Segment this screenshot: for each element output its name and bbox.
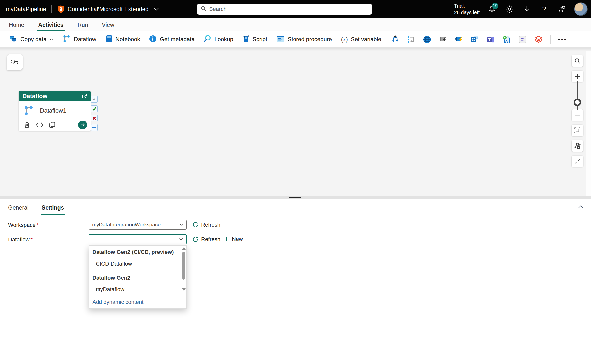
dataflow-activity-icon bbox=[23, 105, 34, 116]
global-search[interactable] bbox=[197, 4, 372, 15]
settings-button[interactable] bbox=[504, 4, 514, 14]
stored-procedure-label: Stored procedure bbox=[288, 36, 332, 43]
panel-resize-splitter[interactable] bbox=[0, 196, 591, 199]
dataflow-activity-button[interactable]: Dataflow bbox=[62, 35, 96, 44]
notification-count-badge: 19 bbox=[492, 2, 499, 10]
dataflow-activity-card[interactable]: Dataflow Dataflow1 bbox=[19, 91, 91, 131]
user-avatar[interactable] bbox=[574, 2, 588, 16]
code-view-icon[interactable] bbox=[36, 122, 43, 128]
tab-general[interactable]: General bbox=[8, 204, 29, 215]
collapse-panel-button[interactable] bbox=[576, 202, 585, 211]
dropdown-group-header-cicd: Dataflow Gen2 (CI/CD, preview) bbox=[89, 246, 186, 258]
copy-data-icon bbox=[9, 35, 17, 44]
tab-run[interactable]: Run bbox=[77, 20, 89, 30]
on-success-connector[interactable] bbox=[91, 105, 98, 112]
dropdown-option-cicd-dataflow[interactable]: CICD Dataflow bbox=[89, 258, 186, 270]
databricks-activity-button[interactable] bbox=[534, 35, 543, 44]
kql-activity-button[interactable] bbox=[518, 35, 528, 44]
tab-home[interactable]: Home bbox=[8, 20, 25, 30]
collapse-canvas-button[interactable] bbox=[572, 156, 583, 167]
new-dataflow-button[interactable]: New bbox=[223, 236, 243, 242]
web-activity-button[interactable] bbox=[422, 35, 432, 44]
zoom-in-button[interactable] bbox=[572, 71, 583, 82]
download-button[interactable] bbox=[522, 4, 532, 14]
webhook-activity-button[interactable] bbox=[438, 35, 448, 44]
foreach-activity-button[interactable] bbox=[406, 35, 416, 44]
scroll-up-arrow-icon[interactable] bbox=[182, 247, 186, 250]
tab-settings[interactable]: Settings bbox=[42, 204, 64, 215]
tab-activities[interactable]: Activities bbox=[38, 20, 64, 30]
topbar-actions: Trial: 26 days left 19 ? bbox=[454, 0, 591, 18]
notebook-label: Notebook bbox=[115, 36, 140, 43]
scrollbar-thumb[interactable] bbox=[182, 252, 185, 280]
canvas-scrollbar-track[interactable] bbox=[586, 51, 591, 196]
dropdown-scrollbar[interactable] bbox=[182, 247, 185, 291]
notifications-button[interactable]: 19 bbox=[487, 4, 497, 14]
add-dynamic-content-link[interactable]: Add dynamic content bbox=[89, 296, 186, 308]
workspace-refresh-button[interactable]: Refresh bbox=[192, 221, 220, 228]
pipeline-canvas[interactable]: Dataflow Dataflow1 bbox=[0, 51, 591, 196]
teams-activity-button[interactable] bbox=[486, 35, 496, 44]
on-fail-connector[interactable] bbox=[91, 115, 98, 121]
tab-view[interactable]: View bbox=[101, 20, 115, 30]
toolbar-more-button[interactable]: ••• bbox=[556, 36, 570, 43]
workspace-dropdown[interactable]: myDataIntegrationWorkspace bbox=[89, 220, 187, 230]
activity-card-header[interactable]: Dataflow bbox=[19, 91, 91, 101]
dataflow-dropdown-chevron-icon bbox=[179, 238, 183, 241]
pipeline-title: myDataPipeline bbox=[6, 6, 46, 13]
zoom-slider-track[interactable] bbox=[577, 81, 578, 110]
help-button[interactable]: ? bbox=[539, 4, 549, 14]
feedback-button[interactable] bbox=[557, 4, 567, 14]
splitter-drag-handle[interactable] bbox=[289, 197, 301, 198]
dataflow-refresh-button[interactable]: Refresh bbox=[192, 236, 220, 243]
zoom-to-fit-button[interactable] bbox=[572, 125, 583, 136]
notebook-button[interactable]: Notebook bbox=[105, 35, 140, 44]
outlook-activity-button[interactable] bbox=[470, 35, 480, 44]
duplicate-activity-icon[interactable] bbox=[49, 121, 56, 128]
zoom-in-icon bbox=[574, 73, 581, 80]
set-variable-button[interactable]: (x) Set variable bbox=[341, 36, 381, 43]
refresh-icon bbox=[192, 236, 199, 243]
webhook-activity-icon bbox=[438, 35, 448, 44]
invoke-pipeline-activity-button[interactable] bbox=[502, 35, 512, 44]
collapse-arrows-icon bbox=[574, 158, 581, 164]
web-activity-icon bbox=[423, 35, 432, 44]
lookup-label: Lookup bbox=[214, 36, 233, 43]
dataflow-dropdown[interactable] bbox=[89, 234, 187, 244]
open-activity-icon[interactable] bbox=[82, 93, 88, 99]
zoom-out-button[interactable] bbox=[572, 109, 583, 121]
delete-activity-icon[interactable] bbox=[23, 121, 30, 128]
script-button[interactable]: Script bbox=[242, 35, 267, 44]
sensitivity-label-selector[interactable]: Confidential\Microsoft Extended bbox=[57, 5, 159, 13]
teams-activity-icon bbox=[486, 35, 495, 44]
copilot-icon bbox=[10, 58, 19, 67]
copilot-button[interactable] bbox=[7, 54, 23, 70]
copy-data-button[interactable]: Copy data bbox=[9, 35, 53, 44]
on-completion-connector[interactable] bbox=[91, 124, 98, 131]
scroll-down-arrow-icon[interactable] bbox=[182, 288, 186, 291]
help-icon: ? bbox=[542, 5, 546, 13]
stored-procedure-icon bbox=[276, 35, 285, 44]
get-metadata-button[interactable]: Get metadata bbox=[149, 35, 195, 44]
activity-card-body: Dataflow1 bbox=[19, 101, 91, 116]
zoom-slider-handle[interactable] bbox=[574, 99, 581, 106]
dropdown-option-mydataflow[interactable]: myDataflow bbox=[89, 283, 186, 296]
on-skip-connector[interactable] bbox=[91, 96, 98, 103]
auto-align-button[interactable] bbox=[572, 140, 583, 152]
sensitivity-chevron-down-icon bbox=[154, 8, 159, 11]
search-input[interactable] bbox=[209, 6, 368, 12]
new-dataflow-label: New bbox=[232, 236, 243, 242]
stored-procedure-button[interactable]: Stored procedure bbox=[276, 35, 332, 44]
lookup-button[interactable]: Lookup bbox=[203, 35, 233, 44]
canvas-search-button[interactable] bbox=[572, 55, 583, 67]
get-metadata-label: Get metadata bbox=[160, 36, 195, 43]
go-to-activity-button[interactable] bbox=[78, 121, 87, 129]
plus-icon bbox=[223, 236, 229, 242]
dropdown-scroll-area: Dataflow Gen2 (CI/CD, preview) CICD Data… bbox=[89, 246, 186, 296]
azure-function-activity-button[interactable] bbox=[454, 35, 464, 44]
workspace-field-label: Workspace* bbox=[8, 222, 39, 228]
switch-activity-button[interactable] bbox=[390, 35, 400, 44]
outlook-activity-icon bbox=[471, 35, 479, 44]
arrow-right-icon bbox=[80, 122, 85, 127]
fail-x-icon bbox=[92, 116, 96, 120]
